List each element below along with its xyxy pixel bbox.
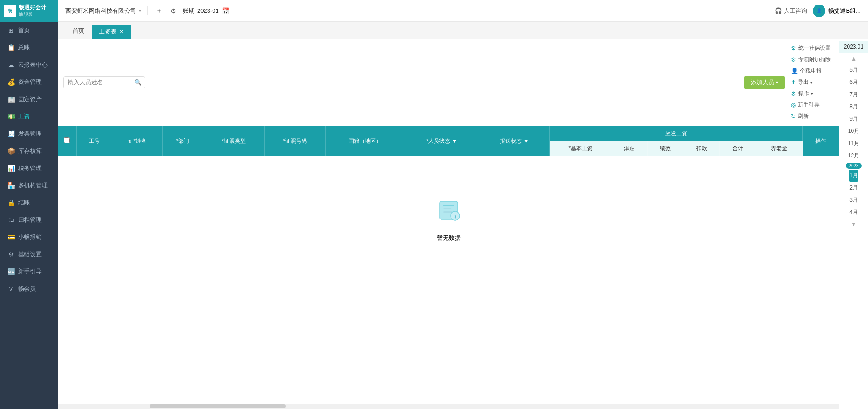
month-curr-4月[interactable]: 4月 <box>849 206 858 219</box>
month-prev-10月[interactable]: 10月 <box>848 125 859 137</box>
search-input[interactable] <box>63 76 145 88</box>
add-person-button[interactable]: 添加人员 ▾ <box>744 76 785 89</box>
ledger-icon: 📋 <box>7 44 15 51</box>
toolbar-action-export[interactable]: ⬆导出▾ <box>788 77 834 88</box>
month-curr-1月[interactable]: 1月 <box>849 170 858 182</box>
month-prev-5月[interactable]: 5月 <box>848 64 859 76</box>
svg-rect-2 <box>443 208 451 209</box>
month-prev-11月[interactable]: 11月 <box>848 137 859 150</box>
expense-icon: 💳 <box>7 234 15 241</box>
top-header: 西安虾米网络科技有限公司 ▾ ＋ ⚙ 账期 2023-01 📅 🎧 人工咨询 👤… <box>58 0 868 22</box>
th-dept: *部门 <box>163 126 203 156</box>
sidebar-item-ledger[interactable]: 📋总账 <box>0 39 58 56</box>
guide-icon: 🆕 <box>7 268 15 275</box>
settings-icon[interactable]: ⚙ <box>169 5 178 16</box>
sidebar-item-payroll[interactable]: 💵工资 <box>0 108 58 125</box>
scrollbar-thumb[interactable] <box>150 404 286 408</box>
add-chevron-icon: ▾ <box>776 80 778 85</box>
month-prev-6月[interactable]: 6月 <box>848 76 859 88</box>
chevron-operation-icon: ▾ <box>811 92 813 96</box>
chevron-export-icon: ▾ <box>810 80 813 85</box>
sidebar-label-fixed-assets: 固定资产 <box>18 95 42 103</box>
special-deduct-icon: ⚙ <box>791 56 796 63</box>
toolbar-action-refresh[interactable]: ↻刷新 <box>788 111 834 122</box>
user-name: 畅捷通B组... <box>828 7 861 15</box>
month-curr-3月[interactable]: 3月 <box>849 194 858 206</box>
sidebar-item-close[interactable]: 🔒结账 <box>0 194 58 211</box>
tax-icon: 📊 <box>7 165 15 172</box>
tab-home[interactable]: 首页 <box>65 24 92 39</box>
th-cert-type: *证照类型 <box>203 126 265 156</box>
toolbar-actions: 添加人员 ▾ ⚙统一社保设置⚙专项附加扣除👤个税申报⬆导出▾⚙操作▾◎新手引导↻… <box>744 43 834 122</box>
user-info[interactable]: 👤 畅捷通B组... <box>813 5 861 17</box>
month-prev-8月[interactable]: 8月 <box>848 101 859 113</box>
sidebar-label-basic: 基础设置 <box>18 250 42 258</box>
sidebar-item-member[interactable]: V畅会员 <box>0 280 58 297</box>
toolbar-action-special-deduct[interactable]: ⚙专项附加扣除 <box>788 54 834 65</box>
sidebar-label-multi-org: 多机构管理 <box>18 181 48 190</box>
add-company-icon[interactable]: ＋ <box>154 5 164 17</box>
current-year-months: 1月2月3月4月 <box>849 170 858 219</box>
add-person-label: 添加人员 <box>751 78 774 87</box>
th-status: *人员状态 ▼ <box>404 126 479 156</box>
sidebar-item-fixed-assets[interactable]: 🏢固定资产 <box>0 91 58 108</box>
fixed-assets-icon: 🏢 <box>7 96 15 103</box>
company-selector[interactable]: 西安虾米网络科技有限公司 ▾ <box>65 7 141 15</box>
month-curr-2月[interactable]: 2月 <box>849 182 858 194</box>
headset-icon: 🎧 <box>775 7 782 14</box>
tab-close-icon[interactable]: ✕ <box>119 29 124 35</box>
main-area: 西安虾米网络科技有限公司 ▾ ＋ ⚙ 账期 2023-01 📅 🎧 人工咨询 👤… <box>58 0 868 409</box>
month-prev-9月[interactable]: 9月 <box>848 113 859 125</box>
special-deduct-label: 专项附加扣除 <box>798 56 831 63</box>
period-value: 2023-01 <box>197 7 219 14</box>
toolbar-action-operation[interactable]: ⚙操作▾ <box>788 88 834 99</box>
sidebar-item-fund[interactable]: 💰资金管理 <box>0 73 58 91</box>
support-button[interactable]: 🎧 人工咨询 <box>775 7 807 15</box>
th-base-salary: *基本工资 <box>550 141 611 156</box>
basic-icon: ⚙ <box>7 251 15 258</box>
calendar-icon[interactable]: 📅 <box>222 7 229 15</box>
app-logo: 畅 畅通好会计 旗舰版 <box>0 0 58 22</box>
sidebar-item-invoice[interactable]: 🧾发票管理 <box>0 125 58 142</box>
th-num: 工号 <box>76 126 112 156</box>
operation-icon: ⚙ <box>791 90 796 97</box>
horizontal-scrollbar[interactable] <box>58 404 839 409</box>
th-allowance: 津贴 <box>611 141 648 156</box>
toolbar-action-social-insurance[interactable]: ⚙统一社保设置 <box>788 43 834 54</box>
sidebar-item-home[interactable]: ⊞首页 <box>0 22 58 39</box>
toolbar-action-guide[interactable]: ◎新手引导 <box>788 99 834 111</box>
tax-report-label: 个税申报 <box>800 67 822 75</box>
sidebar-item-tax[interactable]: 📊税务管理 <box>0 160 58 177</box>
select-all-checkbox[interactable] <box>64 137 70 143</box>
date-nav-up-icon[interactable]: ▲ <box>839 53 868 64</box>
prev-year-months: 5月6月7月8月9月10月11月12月 <box>848 64 859 162</box>
logo-text: 畅通好会计 旗舰版 <box>19 4 46 18</box>
month-prev-12月[interactable]: 12月 <box>848 150 859 162</box>
toolbar-action-tax-report[interactable]: 👤个税申报 <box>788 65 834 77</box>
sidebar: 畅 畅通好会计 旗舰版 ⊞首页📋总账☁云报表中心💰资金管理🏢固定资产💵工资🧾发票… <box>0 0 58 409</box>
company-name: 西安虾米网络科技有限公司 <box>65 7 136 15</box>
th-total: 合计 <box>720 141 756 156</box>
sidebar-label-fund: 资金管理 <box>18 78 42 86</box>
sidebar-item-guide[interactable]: 🆕新手引导 <box>0 263 58 280</box>
export-icon: ⬆ <box>791 79 796 86</box>
sidebar-item-expense[interactable]: 💳小畅报销 <box>0 229 58 246</box>
date-nav-down-icon[interactable]: ▼ <box>839 219 868 229</box>
th-checkbox[interactable] <box>58 126 76 156</box>
logo-subtitle: 旗舰版 <box>19 11 46 18</box>
sidebar-item-basic[interactable]: ⚙基础设置 <box>0 246 58 263</box>
sidebar-item-archive[interactable]: 🗂归档管理 <box>0 211 58 229</box>
sidebar-label-tax: 税务管理 <box>18 164 42 172</box>
sidebar-label-invoice: 发票管理 <box>18 130 42 138</box>
sidebar-item-multi-org[interactable]: 🏪多机构管理 <box>0 177 58 194</box>
user-avatar: 👤 <box>813 5 825 17</box>
sidebar-item-inventory[interactable]: 📦库存核算 <box>0 142 58 160</box>
sidebar-item-cloud-report[interactable]: ☁云报表中心 <box>0 56 58 73</box>
sidebar-label-archive: 归档管理 <box>18 216 42 224</box>
search-icon: 🔍 <box>134 79 141 86</box>
tab-payroll-table[interactable]: 工资表 ✕ <box>92 25 131 39</box>
sidebar-label-expense: 小畅报销 <box>18 233 42 241</box>
month-prev-7月[interactable]: 7月 <box>848 88 859 101</box>
svg-rect-1 <box>443 205 454 206</box>
social-insurance-label: 统一社保设置 <box>798 44 831 52</box>
